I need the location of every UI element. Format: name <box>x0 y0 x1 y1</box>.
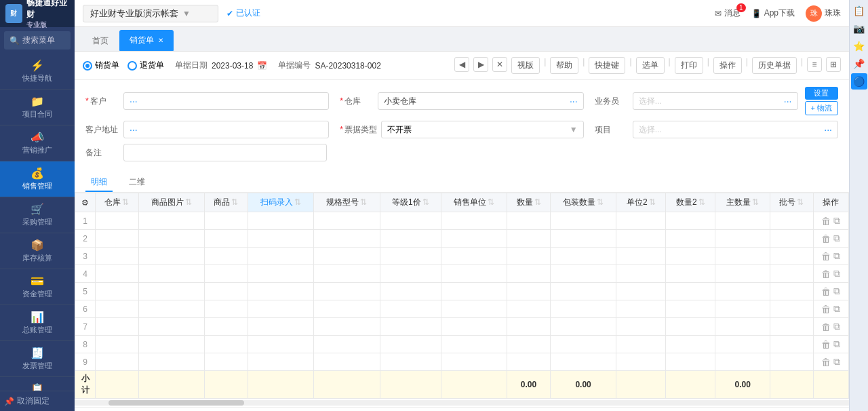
th-warehouse[interactable]: 仓库⇅ <box>96 193 139 212</box>
cell-unit[interactable] <box>441 212 507 230</box>
cell-product[interactable] <box>205 212 248 230</box>
copy-row-icon[interactable]: ⧉ <box>833 321 840 332</box>
delete-row-icon[interactable]: 🗑 <box>821 339 831 350</box>
shortcut-button[interactable]: 快捷键 <box>589 57 625 74</box>
add-logistics-button[interactable]: + 物流 <box>805 101 838 115</box>
cell-unit2[interactable] <box>616 212 666 230</box>
delete-row-icon[interactable]: 🗑 <box>821 216 831 227</box>
help-button[interactable]: 帮助 <box>550 57 578 74</box>
delete-row-icon[interactable]: 🗑 <box>821 286 831 297</box>
right-panel-icon-1[interactable]: 📋 <box>851 3 867 19</box>
app-download-button[interactable]: 📱 App下载 <box>751 7 795 19</box>
tab-2d[interactable]: 二维 <box>123 174 151 192</box>
right-panel-icon-4[interactable]: 📌 <box>851 56 867 72</box>
cell-main-qty[interactable] <box>715 212 770 230</box>
table-scrollbar[interactable] <box>75 400 849 406</box>
operation-button[interactable]: 操作 <box>713 57 742 74</box>
sidebar-item-invoice[interactable]: 🧾 发票管理 <box>0 341 75 377</box>
cell-spec[interactable] <box>314 212 380 230</box>
chevron-down-icon: ▼ <box>182 9 191 18</box>
sidebar-item-finance[interactable]: 💳 资金管理 <box>0 269 75 305</box>
right-panel-icon-2[interactable]: 📷 <box>851 20 867 37</box>
cell-scan[interactable] <box>248 212 314 230</box>
salesperson-input[interactable]: 选择... ··· <box>633 92 798 110</box>
cell-batch[interactable] <box>770 212 814 230</box>
cell-qty[interactable] <box>507 212 551 230</box>
th-spec[interactable]: 规格型号⇅ <box>314 193 380 212</box>
prev-record-button[interactable]: ◀ <box>454 57 469 72</box>
delete-row-icon[interactable]: 🗑 <box>821 251 831 262</box>
invoice-select[interactable]: 不开票 ▼ <box>381 121 584 138</box>
radio-return-order[interactable]: 退货单 <box>127 60 164 71</box>
th-grade-price[interactable]: 等级1价⇅ <box>380 193 441 212</box>
print-button[interactable]: 打印 <box>675 57 703 74</box>
th-sales-unit[interactable]: 销售单位⇅ <box>441 193 507 212</box>
copy-row-icon[interactable]: ⧉ <box>833 215 840 227</box>
customer-input[interactable]: ··· <box>123 92 329 110</box>
copy-row-icon[interactable]: ⧉ <box>833 268 840 279</box>
copy-row-icon[interactable]: ⧉ <box>833 303 840 315</box>
close-form-button[interactable]: ✕ <box>492 57 507 72</box>
th-scan-entry[interactable]: 扫码录入⇅ <box>248 193 314 212</box>
topbar: 好业财专业版演示帐套 ▼ ✔ 已认证 ✉ 消息 1 📱 App下载 珠 <box>75 0 849 27</box>
th-unit2[interactable]: 单位2⇅ <box>616 193 666 212</box>
delete-row-icon[interactable]: 🗑 <box>821 304 831 315</box>
warehouse-input[interactable]: 小卖仓库 ··· <box>378 92 583 110</box>
select-button[interactable]: 选单 <box>636 57 665 74</box>
cell-price[interactable] <box>380 212 441 230</box>
delete-row-icon[interactable]: 🗑 <box>821 233 831 244</box>
th-pkg-qty[interactable]: 包装数量⇅ <box>550 193 616 212</box>
delete-row-icon[interactable]: 🗑 <box>821 269 831 279</box>
setup-button[interactable]: 设置 <box>805 87 838 100</box>
calendar-icon[interactable]: 📅 <box>257 61 267 71</box>
right-panel-icon-3[interactable]: ⭐ <box>851 38 867 54</box>
next-record-button[interactable]: ▶ <box>473 57 488 72</box>
cell-img[interactable] <box>138 212 205 230</box>
layout-list-icon[interactable]: ≡ <box>807 57 822 72</box>
message-button[interactable]: ✉ 消息 1 <box>715 7 741 19</box>
copy-row-icon[interactable]: ⧉ <box>833 286 840 297</box>
tab-home[interactable]: 首页 <box>83 31 118 51</box>
history-button[interactable]: 历史单据 <box>752 57 797 74</box>
delete-row-icon[interactable]: 🗑 <box>821 357 831 368</box>
right-panel-icon-5[interactable]: 🔵 <box>851 73 867 90</box>
th-product-img[interactable]: 商品图片⇅ <box>138 193 205 212</box>
remark-input[interactable] <box>123 144 327 161</box>
th-main-qty[interactable]: 主数量⇅ <box>715 193 770 212</box>
cell-pkg-qty[interactable] <box>550 212 616 230</box>
th-batch[interactable]: 批号⇅ <box>770 193 814 212</box>
th-quantity[interactable]: 数量⇅ <box>507 193 551 212</box>
tab-sales-order[interactable]: 销货单 ✕ <box>119 30 174 51</box>
table-row: 8🗑⧉ <box>75 336 849 353</box>
th-product[interactable]: 商品⇅ <box>205 193 248 212</box>
sidebar-item-sales[interactable]: 💰 销售管理 <box>0 161 75 197</box>
tab-close-icon[interactable]: ✕ <box>158 37 163 44</box>
sidebar-item-marketing[interactable]: 📣 营销推广 <box>0 125 75 161</box>
sidebar-item-inventory[interactable]: 📦 库存核算 <box>0 233 75 269</box>
user-avatar[interactable]: 珠 珠珠 <box>806 5 841 22</box>
sidebar-item-tax[interactable]: 📋 税务管理 <box>0 377 75 391</box>
cell-warehouse[interactable] <box>96 212 139 230</box>
layout-grid-icon[interactable]: ⊞ <box>826 57 841 72</box>
sidebar-item-quick-nav[interactable]: ⚡ 快捷导航 <box>0 54 75 90</box>
radio-sales-order[interactable]: 销货单 <box>83 60 119 71</box>
company-selector[interactable]: 好业财专业版演示帐套 ▼ <box>83 5 218 22</box>
copy-row-icon[interactable]: ⧉ <box>833 338 840 350</box>
project-input[interactable]: 选择... ··· <box>633 121 838 138</box>
cell-qty2[interactable] <box>666 212 715 230</box>
table-scrollbar-thumb[interactable] <box>108 400 244 406</box>
copy-row-icon[interactable]: ⧉ <box>833 356 840 368</box>
th-settings[interactable]: ⚙ <box>75 193 96 212</box>
sidebar-item-purchase[interactable]: 🛒 采购管理 <box>0 197 75 233</box>
view-button[interactable]: 视版 <box>511 57 540 74</box>
copy-row-icon[interactable]: ⧉ <box>833 233 840 244</box>
sidebar-footer[interactable]: 📌 取消固定 <box>0 391 75 411</box>
sidebar-item-project[interactable]: 📁 项目合同 <box>0 90 75 125</box>
tab-detail[interactable]: 明细 <box>85 174 113 192</box>
delete-row-icon[interactable]: 🗑 <box>821 321 831 332</box>
address-input[interactable]: ··· <box>123 121 329 138</box>
copy-row-icon[interactable]: ⧉ <box>833 250 840 262</box>
sidebar-item-accounting[interactable]: 📊 总账管理 <box>0 305 75 341</box>
th-qty2[interactable]: 数量2⇅ <box>666 193 715 212</box>
search-menu-button[interactable]: 🔍 搜索菜单 <box>4 31 71 50</box>
